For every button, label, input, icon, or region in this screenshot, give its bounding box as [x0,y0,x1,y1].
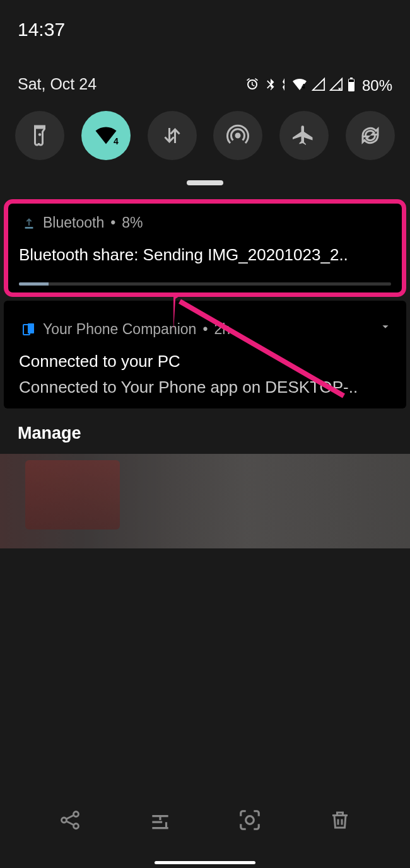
notification-header: Your Phone Companion • 2h [19,316,391,338]
nav-gesture-handle[interactable] [155,861,255,864]
signal-1-icon [312,77,325,92]
svg-text:4: 4 [302,83,305,90]
notification-header: Bluetooth • 8% [19,214,391,231]
notification-your-phone[interactable]: Your Phone Companion • 2h Connected to y… [4,301,406,408]
notification-app-name: Bluetooth [43,214,104,231]
manage-notifications-button[interactable]: Manage [0,408,410,458]
svg-point-13 [246,816,254,825]
svg-rect-4 [35,126,45,129]
notification-progress [19,282,391,286]
bluetooth-icon [264,77,278,92]
share-button[interactable] [51,801,89,839]
battery-percent: 80% [362,77,392,92]
svg-rect-2 [350,78,353,79]
clock: 14:37 [18,19,392,40]
qs-rotation[interactable] [346,111,395,160]
chevron-down-icon[interactable] [378,320,392,336]
background-image [0,454,410,548]
alarm-icon [245,77,260,92]
status-icons: 4 80% [245,77,392,92]
qs-wifi-badge: 4 [114,136,119,146]
notification-meta: 2h [214,321,230,338]
shade-header: Sat, Oct 24 4 80% [0,40,410,105]
svg-point-6 [236,134,240,137]
quick-settings-row: 4 [0,105,410,160]
notification-meta: 8% [122,214,143,231]
bottom-action-bar [0,801,410,848]
qs-flashlight[interactable] [15,111,64,160]
svg-point-5 [38,133,42,136]
notification-title: Connected to your PC [19,352,391,371]
qs-airplane[interactable] [279,111,329,160]
notification-title: Bluetooth share: Sending IMG_20201023_2.… [19,245,391,265]
edit-button[interactable] [141,801,179,839]
notification-progress-fill [19,282,49,286]
shade-date: Sat, Oct 24 [18,75,97,93]
signal-2-icon [329,77,343,92]
qs-wifi[interactable]: 4 [81,111,131,160]
battery-icon [347,77,356,92]
qs-hotspot[interactable] [213,111,262,160]
lens-button[interactable] [231,801,269,839]
phone-link-icon [21,322,37,337]
shade-drag-handle[interactable] [187,180,223,185]
wifi-status-icon: 4 [291,77,308,92]
status-bar: 14:37 [0,0,410,40]
vibrate-icon [281,77,288,92]
upload-icon [21,216,37,231]
qs-mobile-data[interactable] [148,111,197,160]
svg-rect-8 [28,323,34,333]
delete-button[interactable] [321,801,359,839]
svg-rect-3 [349,79,354,82]
notification-body: Connected to Your Phone app on DESKTOP-.… [19,378,391,397]
notification-app-name: Your Phone Companion [43,321,196,338]
notification-bluetooth[interactable]: Bluetooth • 8% Bluetooth share: Sending … [4,199,406,297]
